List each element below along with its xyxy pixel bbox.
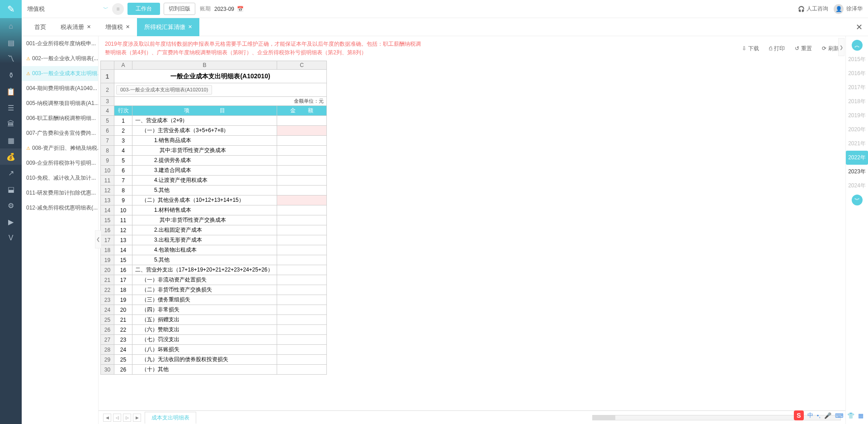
year-item[interactable]: 2023年 <box>848 165 866 179</box>
seq-cell[interactable]: 2 <box>114 126 132 136</box>
item-cell[interactable]: （三）债务重组损失 <box>132 295 277 305</box>
seq-cell[interactable]: 1 <box>114 116 132 126</box>
period-picker[interactable]: 2023-09 📅 <box>214 6 244 12</box>
year-item[interactable]: 2016年 <box>848 67 866 81</box>
nav-doc-icon[interactable]: ▤ <box>0 34 22 51</box>
seq-cell[interactable]: 22 <box>114 325 132 335</box>
item-cell[interactable]: 5.其他 <box>132 186 277 195</box>
amount-cell[interactable] <box>277 156 327 166</box>
seq-cell[interactable]: 17 <box>114 275 132 285</box>
seq-cell[interactable]: 11 <box>114 215 132 225</box>
year-item[interactable]: 2015年 <box>848 52 866 67</box>
nav-money-icon[interactable]: 💰 <box>0 148 22 165</box>
item-cell[interactable]: （一）主营业务成本（3+5+6+7+8） <box>132 126 277 136</box>
form-list-item[interactable]: 005-纳税调整项目明细表(A1... <box>22 96 98 111</box>
form-list-item[interactable]: 010-免税、减计收入及加计... <box>22 171 98 186</box>
amount-cell[interactable] <box>277 335 327 345</box>
item-cell[interactable]: 二、营业外支出（17+18+19+20+21+22+23+24+25+26） <box>132 265 277 275</box>
item-cell[interactable]: 一、营业成本（2+9） <box>132 116 277 126</box>
amount-cell[interactable] <box>277 265 327 275</box>
close-icon[interactable]: ✕ <box>126 24 130 30</box>
menu-circle-button[interactable]: ≡ <box>112 3 124 15</box>
expand-handle[interactable]: ❯ <box>838 38 844 56</box>
item-cell[interactable]: 其中:非货币性资产交换成本 <box>132 215 277 225</box>
sheet-nav-next-icon[interactable]: ▷ <box>123 414 131 422</box>
seq-cell[interactable]: 10 <box>114 205 132 215</box>
seq-cell[interactable]: 4 <box>114 146 132 156</box>
item-cell[interactable]: 4.让渡资产使用权成本 <box>132 176 277 186</box>
amount-cell[interactable] <box>277 295 327 305</box>
nav-home-icon[interactable]: ⌂ <box>0 18 22 34</box>
seq-cell[interactable]: 14 <box>114 245 132 255</box>
year-item[interactable]: 2020年 <box>848 123 866 137</box>
seq-cell[interactable]: 18 <box>114 285 132 295</box>
item-cell[interactable]: （二）非货币性资产交换损失 <box>132 285 277 295</box>
amount-cell[interactable] <box>277 186 327 195</box>
close-all-tabs-icon[interactable]: ✕ <box>856 22 863 32</box>
nav-clipboard-icon[interactable]: 📋 <box>0 83 22 100</box>
seq-cell[interactable]: 5 <box>114 156 132 166</box>
form-list-item[interactable]: ⚠008-资产折旧、摊销及纳税... <box>22 141 98 156</box>
nav-inbox-icon[interactable]: ⬓ <box>0 181 22 197</box>
tax-type-selector[interactable]: 增值税 ﹀ <box>27 5 108 13</box>
form-list-item[interactable]: ⚠002-一般企业收入明细表(... <box>22 51 98 66</box>
amount-cell[interactable] <box>277 176 327 186</box>
item-cell[interactable]: 1.销售商品成本 <box>132 136 277 146</box>
year-item[interactable]: 2019年 <box>848 109 866 123</box>
seq-cell[interactable]: 15 <box>114 255 132 265</box>
ime-tools-icon[interactable]: ▦ <box>858 412 863 419</box>
seq-cell[interactable]: 19 <box>114 295 132 305</box>
collapse-handle[interactable]: ❮ <box>95 230 101 248</box>
nav-chart-icon[interactable]: 〽 <box>0 51 22 67</box>
spreadsheet[interactable]: A B C 1 一般企业成本支出明细表(A102010) 2 003-一般企业成… <box>99 61 845 410</box>
amount-cell[interactable] <box>277 245 327 255</box>
form-list-item[interactable]: 009-企业所得税弥补亏损明... <box>22 156 98 171</box>
item-cell[interactable]: 2.出租固定资产成本 <box>132 225 277 235</box>
amount-cell[interactable] <box>277 275 327 285</box>
seq-cell[interactable]: 21 <box>114 315 132 325</box>
year-item[interactable]: 2018年 <box>848 95 866 109</box>
nav-building-icon[interactable]: 🏛 <box>0 116 22 132</box>
item-cell[interactable]: 其中:非货币性资产交换成本 <box>132 146 277 156</box>
nav-calendar-icon[interactable]: ▦ <box>0 132 22 148</box>
amount-cell[interactable] <box>277 166 327 176</box>
reset-button[interactable]: ↺重置 <box>795 40 812 57</box>
seq-cell[interactable]: 26 <box>114 365 132 375</box>
form-list-item[interactable]: 001-企业所得税年度纳税申... <box>22 36 98 51</box>
item-cell[interactable]: 1.材料销售成本 <box>132 205 277 215</box>
amount-cell[interactable] <box>277 136 327 146</box>
amount-cell[interactable] <box>277 365 327 375</box>
amount-cell[interactable] <box>277 285 327 295</box>
nav-v-icon[interactable]: V <box>0 230 22 246</box>
item-cell[interactable]: 2.提供劳务成本 <box>132 156 277 166</box>
item-cell[interactable]: （七）罚没支出 <box>132 335 277 345</box>
amount-cell[interactable] <box>277 126 327 136</box>
ime-keyboard-icon[interactable]: ⌨ <box>835 412 844 419</box>
sheet-nav-last-icon[interactable]: ▶ <box>133 414 141 422</box>
seq-cell[interactable]: 13 <box>114 235 132 245</box>
tab[interactable]: 税表清册✕ <box>53 18 98 36</box>
item-cell[interactable]: （四）非常损失 <box>132 305 277 315</box>
item-cell[interactable]: （一）非流动资产处置损失 <box>132 275 277 285</box>
amount-cell[interactable] <box>277 146 327 156</box>
amount-cell[interactable] <box>277 195 327 205</box>
amount-cell[interactable] <box>277 355 327 365</box>
seq-cell[interactable]: 23 <box>114 335 132 345</box>
ime-logo-icon[interactable]: S <box>794 410 804 420</box>
year-item[interactable]: 2021年 <box>848 137 866 151</box>
nav-video-icon[interactable]: ▶ <box>0 214 22 230</box>
amount-cell[interactable] <box>277 255 327 265</box>
form-list-item[interactable]: 007-广告费和业务宣传费跨... <box>22 126 98 141</box>
year-item[interactable]: 2022年 <box>846 151 868 165</box>
switch-old-button[interactable]: 切到旧版 <box>164 3 195 15</box>
form-list-item[interactable]: 012-减免所得税优惠明细表(... <box>22 200 98 215</box>
amount-cell[interactable] <box>277 345 327 355</box>
amount-cell[interactable] <box>277 325 327 335</box>
seq-cell[interactable]: 7 <box>114 176 132 186</box>
amount-cell[interactable] <box>277 215 327 225</box>
form-list-item[interactable]: 011-研发费用加计扣除优惠... <box>22 186 98 200</box>
seq-cell[interactable]: 16 <box>114 265 132 275</box>
seq-cell[interactable]: 24 <box>114 345 132 355</box>
item-cell[interactable]: （二）其他业务成本（10+12+13+14+15） <box>132 195 277 205</box>
amount-cell[interactable] <box>277 315 327 325</box>
